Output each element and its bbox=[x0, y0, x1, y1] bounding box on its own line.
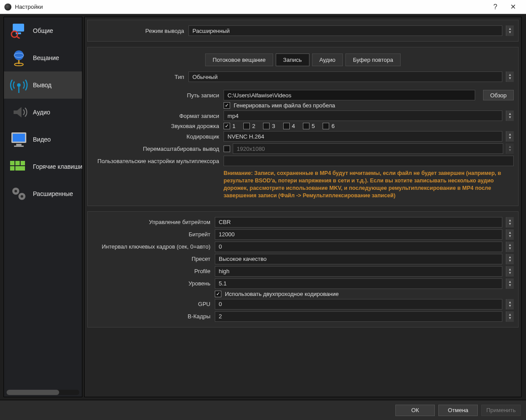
svg-line-3 bbox=[17, 36, 20, 39]
profile-select[interactable]: high bbox=[215, 266, 502, 277]
svg-point-21 bbox=[14, 190, 17, 192]
sidebar-scrollbar-thumb[interactable] bbox=[7, 390, 59, 395]
bframes-spinner[interactable] bbox=[506, 311, 514, 322]
track-2-label: 2 bbox=[252, 123, 255, 129]
level-select[interactable]: 5.1 bbox=[215, 278, 502, 289]
recording-type-select[interactable]: Обычный bbox=[188, 71, 502, 82]
rate-control-spinner[interactable] bbox=[506, 217, 514, 228]
svg-rect-11 bbox=[13, 134, 25, 142]
tab-audio[interactable]: Аудио bbox=[312, 53, 343, 66]
two-pass-checkbox[interactable] bbox=[215, 291, 221, 297]
tab-streaming[interactable]: Потоковое вещание bbox=[205, 53, 273, 66]
recording-format-value: mp4 bbox=[227, 113, 238, 119]
sidebar-item-stream[interactable]: Вещание bbox=[4, 44, 82, 71]
two-pass-label: Использовать двухпроходное кодирование bbox=[225, 291, 339, 297]
preset-spinner[interactable] bbox=[506, 254, 514, 264]
bitrate-spinner[interactable] bbox=[506, 229, 514, 240]
sidebar-item-general[interactable]: Общие bbox=[4, 17, 82, 44]
sidebar-item-video[interactable]: Видео bbox=[4, 126, 82, 153]
close-button[interactable]: ✕ bbox=[504, 0, 522, 14]
mp4-warning-text: Внимание: Записи, сохраненные в MP4 буду… bbox=[224, 168, 514, 200]
muxer-settings-label: Пользовательские настройки мультиплексор… bbox=[92, 158, 224, 164]
sidebar-item-label: Вещание bbox=[33, 54, 59, 61]
svg-rect-15 bbox=[15, 161, 20, 165]
rate-control-select[interactable]: CBR bbox=[215, 217, 502, 228]
sidebar-item-label: Аудио bbox=[33, 109, 50, 116]
settings-sidebar: Общие Вещание Вывод Аудио Видео bbox=[4, 17, 82, 397]
track-4-checkbox[interactable] bbox=[283, 123, 290, 129]
svg-rect-17 bbox=[10, 166, 14, 171]
sidebar-item-label: Горячие клавиши bbox=[33, 163, 82, 170]
browse-button[interactable]: Обзор bbox=[483, 90, 514, 100]
sidebar-item-hotkeys[interactable]: Горячие клавиши bbox=[4, 153, 82, 180]
rescale-output-label: Перемасштабировать вывод bbox=[92, 146, 224, 152]
ok-button[interactable]: ОК bbox=[395, 405, 435, 416]
encoder-spinner[interactable] bbox=[506, 131, 514, 142]
output-mode-value: Расширенный bbox=[192, 28, 230, 34]
gpu-input[interactable]: 0 bbox=[215, 299, 502, 310]
track-3-label: 3 bbox=[272, 123, 275, 129]
recording-format-label: Формат записи bbox=[92, 113, 224, 119]
title-bar: Настройки ? ✕ bbox=[0, 0, 526, 14]
rate-control-label: Управление битрейтом bbox=[92, 219, 215, 225]
track-6-label: 6 bbox=[331, 123, 334, 129]
track-6-checkbox[interactable] bbox=[323, 123, 329, 129]
keyframe-interval-input[interactable]: 0 bbox=[215, 242, 502, 252]
muxer-settings-input[interactable] bbox=[224, 156, 514, 166]
rescale-output-checkbox[interactable] bbox=[224, 146, 230, 152]
recording-format-spinner[interactable] bbox=[506, 110, 514, 121]
rescale-output-value: 1920x1080 bbox=[237, 146, 265, 152]
level-value: 5.1 bbox=[219, 280, 227, 287]
preset-value: Высокое качество bbox=[219, 256, 267, 262]
recording-type-spinner[interactable] bbox=[506, 71, 514, 82]
bframes-input[interactable]: 2 bbox=[215, 311, 502, 322]
svg-rect-13 bbox=[14, 146, 24, 147]
sidebar-item-advanced[interactable]: Расширенные bbox=[4, 180, 82, 207]
bitrate-label: Битрейт bbox=[92, 231, 215, 238]
sidebar-scrollbar[interactable] bbox=[7, 390, 79, 395]
keyframe-interval-spinner[interactable] bbox=[506, 242, 514, 252]
preset-select[interactable]: Высокое качество bbox=[215, 254, 502, 264]
output-mode-label: Режим вывода bbox=[92, 28, 188, 34]
tab-replay-buffer[interactable]: Буфер повтора bbox=[345, 53, 401, 66]
profile-value: high bbox=[219, 268, 230, 274]
svg-rect-12 bbox=[16, 144, 21, 146]
generate-no-space-checkbox[interactable] bbox=[224, 102, 230, 109]
bframes-value: 2 bbox=[219, 313, 222, 320]
encoder-label: Кодировщик bbox=[92, 133, 224, 140]
output-antenna-icon bbox=[8, 75, 29, 96]
svg-point-22 bbox=[21, 195, 23, 198]
level-spinner[interactable] bbox=[506, 278, 514, 289]
help-button[interactable]: ? bbox=[487, 0, 504, 14]
track-3-checkbox[interactable] bbox=[263, 123, 270, 129]
output-tabs: Потоковое вещание Запись Аудио Буфер пов… bbox=[92, 51, 514, 70]
sidebar-item-label: Общие bbox=[33, 27, 53, 34]
keyframe-interval-label: Интервал ключевых кадров (сек, 0=авто) bbox=[92, 243, 215, 250]
sidebar-item-output[interactable]: Вывод bbox=[4, 71, 82, 99]
speaker-icon bbox=[8, 102, 29, 123]
sidebar-item-label: Вывод bbox=[33, 82, 51, 89]
track-1-checkbox[interactable] bbox=[224, 123, 230, 129]
sidebar-item-audio[interactable]: Аудио bbox=[4, 99, 82, 126]
globe-antenna-icon bbox=[8, 47, 29, 68]
track-1-label: 1 bbox=[232, 123, 235, 129]
level-label: Уровень bbox=[92, 280, 215, 287]
gpu-value: 0 bbox=[219, 301, 222, 307]
recording-format-select[interactable]: mp4 bbox=[224, 110, 502, 121]
tab-recording[interactable]: Запись bbox=[276, 53, 309, 66]
bitrate-value: 12000 bbox=[219, 231, 235, 238]
profile-spinner[interactable] bbox=[506, 266, 514, 277]
svg-point-8 bbox=[17, 83, 21, 87]
bitrate-input[interactable]: 12000 bbox=[215, 229, 502, 240]
encoder-select[interactable]: NVENC H.264 bbox=[224, 131, 502, 142]
recording-path-input[interactable]: C:\Users\Alfawise\Videos bbox=[224, 90, 475, 100]
gpu-spinner[interactable] bbox=[506, 299, 514, 310]
cancel-button[interactable]: Отмена bbox=[438, 405, 478, 416]
gpu-label: GPU bbox=[92, 301, 215, 307]
svg-rect-16 bbox=[21, 161, 25, 165]
output-mode-select[interactable]: Расширенный bbox=[188, 25, 502, 36]
output-mode-spinner[interactable] bbox=[506, 25, 514, 36]
recording-type-value: Обычный bbox=[192, 74, 217, 80]
track-2-checkbox[interactable] bbox=[243, 123, 250, 129]
track-5-checkbox[interactable] bbox=[303, 123, 309, 129]
